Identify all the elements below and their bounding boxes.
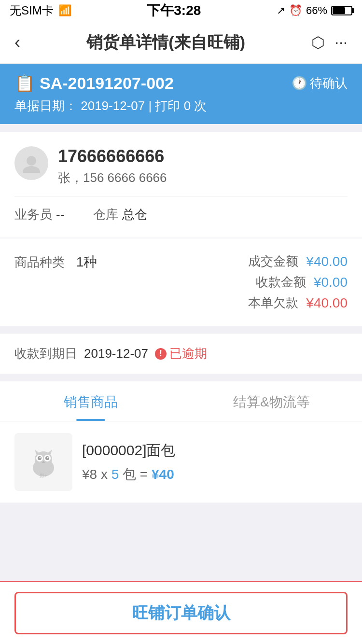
more-button[interactable]: ···	[334, 33, 348, 51]
divider	[14, 196, 348, 196]
tabs-bar: 销售商品 结算&物流等	[0, 381, 362, 421]
product-type-info: 商品种类 1种	[14, 253, 97, 271]
warehouse-label: 仓库	[93, 206, 118, 223]
due-date-value: 2019-12-07	[84, 346, 148, 361]
back-button[interactable]: ‹	[14, 32, 20, 53]
order-icon: 📋	[14, 73, 35, 93]
order-status: 🕐 待确认	[292, 75, 348, 92]
svg-point-10	[47, 457, 49, 459]
customer-meta: 业务员 -- 仓库 总仓	[14, 206, 348, 223]
battery-icon	[331, 6, 352, 15]
product-name: [0000002]面包	[82, 441, 348, 461]
order-date-info: 单据日期： 2019-12-07 | 打印 0 次	[14, 98, 348, 114]
customer-card: 17666666666 张，156 6666 6666 业务员 -- 仓库 总仓	[0, 132, 362, 238]
wifi-icon: 📶	[58, 4, 71, 17]
status-left: 无SIM卡 📶	[10, 3, 71, 18]
status-right: ↗ ⏰ 66%	[277, 4, 352, 17]
status-bar: 无SIM卡 📶 下午3:28 ↗ ⏰ 66%	[0, 0, 362, 21]
page-title: 销货单详情(来自旺铺)	[86, 31, 245, 54]
order-number: 📋 SA-20191207-002	[14, 73, 174, 93]
received-amount: ¥0.00	[314, 275, 348, 290]
svg-point-7	[40, 457, 41, 459]
product-price: ¥8 x 5 包 = ¥40	[82, 465, 348, 484]
tab-settlement[interactable]: 结算&物流等	[181, 381, 362, 421]
share-button[interactable]: ⬡	[311, 33, 325, 52]
battery-percent: 66%	[306, 4, 327, 17]
customer-phone: 17666666666	[58, 146, 348, 167]
svg-point-0	[27, 156, 36, 166]
overdue-icon: !	[155, 348, 167, 360]
customer-name: 张，156 6666 6666	[58, 169, 348, 186]
avatar	[14, 146, 48, 180]
time-label: 下午3:28	[147, 1, 201, 20]
product-thumbnail: 野+	[14, 433, 72, 491]
confirm-button[interactable]: 旺铺订单确认	[14, 592, 348, 634]
product-section: 野+ [0000002]面包 ¥8 x 5 包 = ¥40	[0, 421, 362, 503]
sales-value: --	[56, 207, 64, 222]
bottom-bar: 旺铺订单确认	[0, 581, 362, 644]
product-item: 野+ [0000002]面包 ¥8 x 5 包 = ¥40	[14, 433, 348, 491]
deal-amount: ¥40.00	[306, 254, 348, 269]
carrier-label: 无SIM卡	[10, 3, 54, 18]
sales-label: 业务员	[14, 206, 52, 223]
overdue-badge: ! 已逾期	[155, 345, 207, 362]
amount-info: 成交金额 ¥40.00 收款金额 ¥0.00 本单欠款 ¥40.00	[248, 253, 348, 311]
svg-text:野+: 野+	[40, 473, 47, 478]
customer-info: 17666666666 张，156 6666 6666	[58, 146, 348, 186]
order-banner: 📋 SA-20191207-002 🕐 待确认 单据日期： 2019-12-07…	[0, 64, 362, 124]
svg-point-1	[23, 166, 40, 173]
warehouse-value: 总仓	[122, 206, 147, 223]
alarm-icon: ⏰	[289, 4, 302, 17]
nav-bar: ‹ 销货单详情(来自旺铺) ⬡ ···	[0, 21, 362, 64]
nav-actions: ⬡ ···	[311, 33, 348, 52]
tab-products[interactable]: 销售商品	[0, 381, 181, 421]
summary-card: 商品种类 1种 成交金额 ¥40.00 收款金额 ¥0.00 本单欠款 ¥40.…	[0, 238, 362, 326]
owe-amount: ¥40.00	[306, 295, 348, 311]
clock-icon: 🕐	[292, 76, 307, 91]
due-label: 收款到期日	[14, 345, 77, 362]
due-date-section: 收款到期日 2019-12-07 ! 已逾期	[0, 334, 362, 374]
product-info: [0000002]面包 ¥8 x 5 包 = ¥40	[82, 441, 348, 484]
location-icon: ↗	[277, 4, 285, 17]
